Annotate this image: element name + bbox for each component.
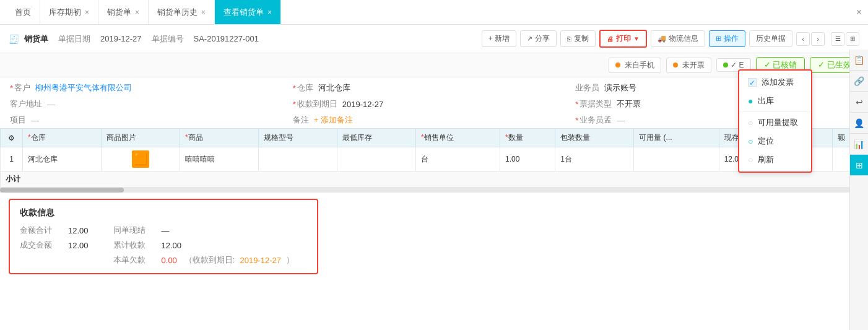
staff-label: 业务员 — [575, 82, 599, 93]
same-settle-label: 同单现结 — [113, 225, 157, 236]
balance-row: 本单欠款 0.00 （收款到期日: 2019-12-27 ） — [113, 254, 294, 266]
add-invoice-label: 添加发票 — [762, 77, 794, 88]
sidebar-icon-6[interactable]: ⊞ — [850, 155, 869, 176]
close-tab-inventory[interactable]: × — [85, 8, 89, 17]
row-seq: 1 — [1, 147, 23, 172]
history-button[interactable]: 历史单据 — [749, 30, 792, 47]
list-view-button[interactable]: ☰ — [831, 32, 844, 46]
ticket-type-field: * 票据类型 不开票 — [575, 98, 858, 110]
tab-sales-history[interactable]: 销货单历史 × — [149, 0, 215, 24]
tab-sales[interactable]: 销货单 × — [98, 0, 149, 24]
orange-dot-icon — [615, 63, 620, 67]
customer-field: * 客户 柳州粤港平安气体有限公司 — [10, 82, 293, 93]
tab-inventory[interactable]: 库存期初 × — [40, 0, 98, 24]
payment-rows: 金额合计 12.00 成交金额 12.00 同单现结 — — [20, 225, 307, 266]
not-open-button[interactable]: 未开票 — [666, 58, 711, 73]
available-qty-label: 可用量提取 — [758, 117, 798, 128]
project-label: 项目 — [10, 115, 26, 126]
customer-value[interactable]: 柳州粤港平安气体有限公司 — [35, 82, 132, 93]
balance-note-end: ） — [286, 254, 294, 266]
window-close-button[interactable]: × — [856, 7, 862, 18]
row-pack-qty: 1台 — [555, 147, 634, 172]
nav-arrows: ‹ › — [796, 32, 825, 46]
doc-title-label: 销货单 — [24, 33, 48, 45]
address-value: — — [47, 100, 55, 109]
row-warehouse: 河北仓库 — [23, 147, 102, 172]
balance-note: （收款到期日: — [184, 254, 235, 266]
add-invoice-item[interactable]: ✓ 添加发票 — [739, 73, 811, 92]
payment-date-value[interactable]: 2019-12-27 — [342, 100, 384, 109]
horizontal-scrollbar[interactable] — [0, 188, 868, 193]
cumulative-label: 累计收款 — [113, 240, 157, 251]
share-button[interactable]: ↗ 分享 — [520, 30, 557, 47]
subtotal-label: 小计 — [1, 172, 868, 188]
ticket-type-value[interactable]: 不开票 — [617, 98, 641, 110]
outbound-label: 出库 — [758, 95, 774, 106]
refresh-item[interactable]: ○ 刷新 — [739, 150, 811, 169]
staff2-value: — — [617, 116, 625, 125]
col-unit: *销售单位 — [415, 129, 500, 147]
tab-home[interactable]: 首页 — [6, 0, 40, 24]
customer-required-mark: * — [10, 84, 13, 93]
radio-empty-icon: ○ — [748, 118, 753, 128]
print-button[interactable]: 🖨 打印 ▼ — [599, 30, 647, 48]
row-unit: 台 — [415, 147, 500, 172]
right-sidebar: 📋 🔗 ↩ 👤 📊 ⊞ — [849, 50, 868, 330]
close-tab-sales[interactable]: × — [135, 8, 139, 17]
tab-view-sales[interactable]: 查看销货单 × — [215, 0, 281, 24]
sidebar-icon-1[interactable]: 📋 — [850, 50, 869, 71]
ticket-required: * — [575, 100, 578, 109]
logistics-button[interactable]: 🚚 物流信息 — [651, 30, 705, 47]
col-pack-qty: 包装数量 — [555, 129, 634, 147]
copy-button[interactable]: ⎘ 复制 — [560, 30, 596, 47]
col-product: *商品 — [180, 129, 258, 147]
payment-date-required: * — [293, 100, 296, 109]
new-button[interactable]: + 新增 — [482, 30, 516, 47]
col-product-img: 商品图片 — [101, 129, 180, 147]
project-value: — — [31, 116, 39, 125]
document-toolbar: 🧾 销货单 单据日期 2019-12-27 单据编号 SA-20191227-0… — [0, 25, 868, 53]
customer-label: 客户 — [14, 82, 30, 93]
operate-button[interactable]: ⊞ 操作 — [709, 30, 745, 47]
row-model — [258, 147, 337, 172]
staff-value: 演示账号 — [604, 82, 636, 93]
warehouse-label: 仓库 — [297, 82, 313, 93]
prev-button[interactable]: ‹ — [796, 32, 810, 46]
sidebar-icon-5[interactable]: 📊 — [850, 134, 869, 155]
radio-empty2-icon: ○ — [748, 155, 753, 165]
row-quantity: 1.00 — [500, 147, 555, 172]
same-settle-value: — — [162, 226, 170, 235]
col-model: 规格型号 — [258, 129, 337, 147]
green-dot-icon — [723, 63, 728, 67]
grid-view-button[interactable]: ⊞ — [846, 32, 859, 46]
doc-date-label: 单据日期 — [58, 33, 90, 45]
sidebar-icon-4[interactable]: 👤 — [850, 113, 869, 134]
staff2-field: * 业务员孟 — — [575, 115, 858, 126]
warehouse-value[interactable]: 河北仓库 — [318, 82, 350, 93]
add-notes-button[interactable]: + 添加备注 — [314, 115, 353, 126]
col-warehouse: *仓库 — [23, 129, 102, 147]
ticket-type-label: 票据类型 — [579, 98, 612, 110]
available-qty-item[interactable]: ○ 可用量提取 — [739, 113, 811, 132]
doc-meta-area: 单据日期 2019-12-27 单据编号 SA-20191227-001 — [58, 33, 259, 45]
sidebar-icon-2[interactable]: 🔗 — [850, 71, 869, 92]
from-phone-button[interactable]: 来自手机 — [609, 58, 661, 73]
doc-date-value: 2019-12-27 — [100, 34, 142, 43]
warehouse-required-mark: * — [293, 84, 296, 93]
outbound-item[interactable]: ● 出库 — [739, 92, 811, 110]
col-settings[interactable]: ⚙ — [1, 129, 23, 147]
close-tab-view-sales[interactable]: × — [267, 8, 272, 17]
payment-info-title: 收款信息 — [20, 207, 307, 219]
tab-bar: 首页 库存期初 × 销货单 × 销货单历史 × 查看销货单 × × — [0, 0, 868, 25]
scrollbar-thumb[interactable] — [0, 188, 124, 193]
doc-number-label: 单据编号 — [152, 33, 184, 45]
payment-col-right: 同单现结 — 累计收款 12.00 本单欠款 0.00 （收款到期日: 2019… — [113, 225, 294, 266]
row-product[interactable]: 嘻嘻嘻嘻 — [180, 147, 258, 172]
deal-amount-label: 成交金额 — [20, 240, 63, 251]
close-tab-sales-history[interactable]: × — [201, 8, 206, 17]
total-amount-label: 金额合计 — [20, 225, 63, 236]
sidebar-icon-3[interactable]: ↩ — [850, 92, 869, 113]
locate-item[interactable]: ○ 定位 — [739, 132, 811, 150]
next-button[interactable]: › — [811, 32, 825, 46]
doc-icon: 🧾 — [9, 34, 19, 44]
